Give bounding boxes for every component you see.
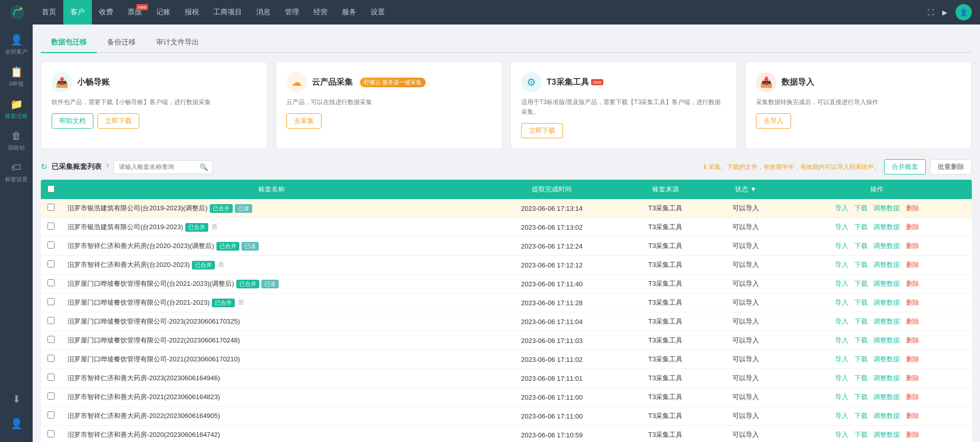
search-input[interactable]: [114, 161, 195, 173]
help-tooltip-icon[interactable]: ?: [106, 163, 109, 170]
row-checkbox[interactable]: [47, 411, 55, 419]
download-link[interactable]: 下载: [854, 317, 868, 325]
download-link[interactable]: 下载: [854, 280, 868, 287]
select-all-checkbox[interactable]: [47, 185, 55, 192]
sidebar-item-all-customers[interactable]: 👤 全部客户: [0, 29, 33, 61]
col-header-status[interactable]: 状态 ▼: [709, 180, 782, 199]
delete-link[interactable]: 删除: [906, 204, 919, 212]
row-checkbox[interactable]: [47, 374, 55, 381]
adjust-data-link[interactable]: 调整数据: [873, 374, 900, 382]
row-checkbox[interactable]: [47, 241, 55, 249]
delete-link[interactable]: 删除: [906, 412, 919, 420]
tab-audit-export[interactable]: 审计文件导出: [146, 33, 209, 53]
row-checkbox[interactable]: [47, 298, 55, 305]
download-link[interactable]: 下载: [854, 204, 868, 212]
nav-bookkeep[interactable]: 记账: [149, 0, 178, 24]
app-logo[interactable]: [8, 3, 27, 21]
go-collect-button[interactable]: 去采集: [286, 113, 322, 129]
import-link[interactable]: 导入: [835, 299, 848, 306]
sidebar-item-tags[interactable]: 🏷 标签设置: [0, 157, 33, 188]
delete-link[interactable]: 删除: [906, 317, 919, 325]
delete-link[interactable]: 删除: [906, 355, 919, 363]
nav-home[interactable]: 首页: [35, 0, 63, 24]
nav-settings[interactable]: 设置: [363, 0, 392, 24]
nav-business[interactable]: 工商项目: [206, 0, 249, 24]
import-link[interactable]: 导入: [835, 242, 848, 250]
delete-link[interactable]: 删除: [906, 280, 919, 287]
adjust-data-link[interactable]: 调整数据: [873, 393, 900, 401]
download-link[interactable]: 下载: [854, 336, 868, 344]
download-link[interactable]: 下载: [854, 393, 868, 401]
delete-link[interactable]: 删除: [906, 261, 919, 268]
adjust-data-link[interactable]: 调整数据: [873, 336, 900, 344]
import-link[interactable]: 导入: [835, 393, 848, 401]
row-checkbox[interactable]: [47, 355, 55, 362]
download-link[interactable]: 下载: [854, 242, 868, 250]
file-icon[interactable]: 🖹: [238, 299, 244, 306]
adjust-data-link[interactable]: 调整数据: [873, 317, 900, 325]
download-link[interactable]: 下载: [854, 431, 868, 438]
delete-link[interactable]: 删除: [906, 393, 919, 401]
row-checkbox[interactable]: [47, 430, 55, 437]
import-link[interactable]: 导入: [835, 223, 848, 231]
delete-link[interactable]: 删除: [906, 299, 919, 306]
nav-manage[interactable]: 管理: [278, 0, 306, 24]
nav-message[interactable]: 消息: [249, 0, 278, 24]
go-import-button[interactable]: 去导入: [756, 113, 791, 129]
adjust-data-link[interactable]: 调整数据: [873, 299, 900, 306]
adjust-data-link[interactable]: 调整数据: [873, 412, 900, 420]
adjust-data-link[interactable]: 调整数据: [873, 242, 900, 250]
sidebar-item-zero-declare[interactable]: 📋 0申报: [0, 61, 33, 93]
file-icon[interactable]: 🖹: [211, 223, 218, 231]
delete-link[interactable]: 删除: [906, 431, 919, 438]
download-link[interactable]: 下载: [854, 374, 868, 382]
nav-customer[interactable]: 客户: [63, 0, 92, 24]
sidebar-item-recycle[interactable]: 🗑 回收站: [0, 125, 33, 157]
download-now-button-3[interactable]: 立即下载: [521, 123, 563, 138]
nav-fee[interactable]: 收费: [92, 0, 120, 24]
sidebar-user-button[interactable]: 👤: [6, 413, 27, 434]
import-link[interactable]: 导入: [835, 280, 848, 287]
merge-button[interactable]: 合并账套: [884, 159, 926, 175]
refresh-button[interactable]: ↻: [41, 162, 47, 171]
import-link[interactable]: 导入: [835, 412, 848, 420]
nav-invoice[interactable]: 票据new: [120, 0, 149, 24]
row-checkbox[interactable]: [47, 223, 55, 230]
user-avatar[interactable]: 👤: [955, 4, 972, 20]
tab-backup-migration[interactable]: 备份迁移: [97, 33, 146, 53]
adjust-data-link[interactable]: 调整数据: [873, 261, 900, 268]
delete-link[interactable]: 删除: [906, 223, 919, 231]
import-link[interactable]: 导入: [835, 261, 848, 268]
nav-tax[interactable]: 报税: [178, 0, 206, 24]
row-checkbox[interactable]: [47, 260, 55, 267]
adjust-data-link[interactable]: 调整数据: [873, 223, 900, 231]
download-link[interactable]: 下载: [854, 223, 868, 231]
import-link[interactable]: 导入: [835, 431, 848, 438]
batch-delete-button[interactable]: 批量删除: [930, 159, 972, 175]
file-icon[interactable]: 🖹: [218, 261, 225, 268]
row-checkbox[interactable]: [47, 392, 55, 400]
adjust-data-link[interactable]: 调整数据: [873, 431, 900, 438]
row-checkbox[interactable]: [47, 317, 55, 324]
sidebar-download-button[interactable]: ⬇: [6, 389, 27, 409]
import-link[interactable]: 导入: [835, 336, 848, 344]
nav-operate[interactable]: 经营: [306, 0, 335, 24]
delete-link[interactable]: 删除: [906, 374, 919, 382]
download-link[interactable]: 下载: [854, 355, 868, 363]
download-now-button-1[interactable]: 立即下载: [97, 113, 139, 129]
member-button[interactable]: ▶: [942, 9, 949, 16]
import-link[interactable]: 导入: [835, 355, 848, 363]
delete-link[interactable]: 删除: [906, 336, 919, 344]
import-link[interactable]: 导入: [835, 374, 848, 382]
download-link[interactable]: 下载: [854, 261, 868, 268]
import-link[interactable]: 导入: [835, 317, 848, 325]
adjust-data-link[interactable]: 调整数据: [873, 355, 900, 363]
row-checkbox[interactable]: [47, 279, 55, 286]
fullscreen-button[interactable]: ⛶: [927, 9, 936, 16]
row-checkbox[interactable]: [47, 204, 55, 211]
nav-service[interactable]: 服务: [335, 0, 363, 24]
help-doc-button[interactable]: 帮助文档: [52, 113, 93, 129]
download-link[interactable]: 下载: [854, 412, 868, 420]
search-button[interactable]: 🔍: [195, 161, 212, 174]
row-checkbox[interactable]: [47, 336, 55, 343]
